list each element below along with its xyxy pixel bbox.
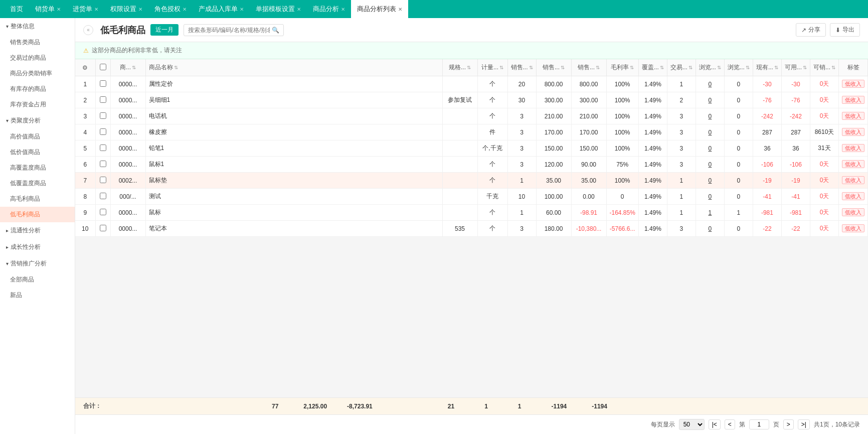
cell-browse1[interactable]: 1 bbox=[696, 205, 724, 221]
nav-home[interactable]: 首页 bbox=[4, 0, 29, 18]
sidebar-group-cluster[interactable]: ▾ 类聚度分析 bbox=[0, 112, 75, 129]
row-checkbox[interactable] bbox=[100, 128, 106, 135]
cell-check[interactable] bbox=[95, 76, 110, 92]
cell-current-stock: -106 bbox=[753, 157, 781, 173]
nav-sales[interactable]: 销货单 ✕ bbox=[29, 0, 67, 18]
cell-browse1[interactable]: 0 bbox=[696, 173, 724, 189]
cell-check[interactable] bbox=[95, 140, 110, 157]
cell-saleable-stock: 8610天 bbox=[810, 124, 838, 140]
sidebar-item-category-rate[interactable]: 商品分类助销率 bbox=[0, 66, 75, 81]
next-page-button[interactable]: > bbox=[783, 419, 794, 429]
sidebar-group-flow[interactable]: ▸ 流通性分析 bbox=[0, 222, 75, 239]
date-filter-button[interactable]: 近一月 bbox=[150, 24, 179, 36]
nav-template[interactable]: 单据模板设置 ✕ bbox=[250, 0, 307, 18]
cell-check[interactable] bbox=[95, 108, 110, 124]
row-checkbox[interactable] bbox=[100, 144, 106, 151]
sidebar-item-sales-products[interactable]: 销售类商品 bbox=[0, 35, 75, 50]
page-suffix: 页 bbox=[773, 420, 779, 429]
sidebar-item-low-margin[interactable]: 低毛利商品 bbox=[0, 207, 75, 222]
close-icon[interactable]: ✕ bbox=[240, 7, 244, 12]
prev-page-button[interactable]: < bbox=[725, 419, 735, 429]
sidebar-item-high-margin[interactable]: 高毛利商品 bbox=[0, 191, 75, 207]
sidebar-item-low-coverage[interactable]: 低覆盖度商品 bbox=[0, 176, 75, 191]
table-row: 5 0000... 铅笔1 个,千克 3 150.00 150.00 100% … bbox=[75, 140, 868, 157]
cell-browse1[interactable]: 0 bbox=[696, 189, 724, 205]
sidebar-item-inventory-capital[interactable]: 库存资金占用 bbox=[0, 97, 75, 112]
sidebar-collapse-button[interactable]: « bbox=[83, 25, 93, 35]
row-checkbox[interactable] bbox=[100, 96, 106, 103]
table-container[interactable]: ⚙ 商...⇅ 商品名称⇅ 规格...⇅ bbox=[75, 59, 868, 397]
cell-sale-amount: 150.00 bbox=[571, 140, 606, 157]
cell-check[interactable] bbox=[95, 92, 110, 108]
sidebar-item-all-products[interactable]: 全部商品 bbox=[0, 272, 75, 287]
cell-sale-amount: 800.00 bbox=[571, 76, 606, 92]
cell-check[interactable] bbox=[95, 124, 110, 140]
cell-check[interactable] bbox=[95, 157, 110, 173]
products-table: ⚙ 商...⇅ 商品名称⇅ 规格...⇅ bbox=[75, 59, 868, 237]
row-checkbox[interactable] bbox=[100, 161, 106, 167]
nav-product-analysis-list[interactable]: 商品分析列表 ✕ bbox=[351, 0, 408, 18]
row-checkbox[interactable] bbox=[100, 225, 106, 231]
row-checkbox[interactable] bbox=[100, 193, 106, 199]
cell-browse1[interactable]: 0 bbox=[696, 140, 724, 157]
nav-roles[interactable]: 角色授权 ✕ bbox=[148, 0, 193, 18]
row-checkbox[interactable] bbox=[100, 112, 106, 119]
cell-check[interactable] bbox=[95, 221, 110, 237]
cell-current-stock: -22 bbox=[753, 221, 781, 237]
cell-browse1[interactable]: 0 bbox=[696, 157, 724, 173]
chevron-right-icon: ▸ bbox=[6, 228, 9, 233]
cell-browse1[interactable]: 0 bbox=[696, 76, 724, 92]
cell-spec bbox=[442, 189, 477, 205]
search-input[interactable] bbox=[188, 27, 270, 34]
close-icon[interactable]: ✕ bbox=[341, 7, 345, 12]
sidebar-item-new-products[interactable]: 新品 bbox=[0, 287, 75, 303]
nav-purchase[interactable]: 进货单 ✕ bbox=[67, 0, 104, 18]
th-sale-price: 销售...⇅ bbox=[536, 59, 571, 76]
cell-sale-qty: 3 bbox=[507, 221, 536, 237]
cell-check[interactable] bbox=[95, 173, 110, 189]
nav-permissions[interactable]: 权限设置 ✕ bbox=[104, 0, 148, 18]
sidebar-item-traded-products[interactable]: 交易过的商品 bbox=[0, 50, 75, 66]
close-icon[interactable]: ✕ bbox=[183, 7, 187, 12]
cell-browse1[interactable]: 0 bbox=[696, 108, 724, 124]
search-icon[interactable]: 🔍 bbox=[272, 27, 279, 34]
nav-products-in[interactable]: 产成品入库单 ✕ bbox=[193, 0, 250, 18]
sidebar-group-overall[interactable]: ▾ 整体信息 bbox=[0, 18, 75, 35]
th-check[interactable] bbox=[95, 59, 110, 76]
cell-browse1[interactable]: 0 bbox=[696, 92, 724, 108]
page-input[interactable] bbox=[749, 419, 769, 429]
share-button[interactable]: ↗ 分享 bbox=[796, 23, 826, 37]
sidebar-item-stocked[interactable]: 有库存的商品 bbox=[0, 81, 75, 97]
per-page-select[interactable]: 50 100 200 bbox=[679, 419, 705, 430]
close-icon[interactable]: ✕ bbox=[297, 7, 301, 12]
close-icon[interactable]: ✕ bbox=[398, 7, 402, 12]
export-button[interactable]: ⬇ 导出 bbox=[830, 23, 860, 37]
sidebar-item-high-coverage[interactable]: 高覆盖度商品 bbox=[0, 160, 75, 176]
sidebar-group-marketing[interactable]: ▾ 营销推广分析 bbox=[0, 255, 75, 272]
row-checkbox[interactable] bbox=[100, 80, 106, 87]
close-icon[interactable]: ✕ bbox=[94, 7, 98, 12]
cell-unit: 个 bbox=[477, 92, 507, 108]
cell-browse1[interactable]: 0 bbox=[696, 124, 724, 140]
cell-browse2: 0 bbox=[724, 189, 753, 205]
close-icon[interactable]: ✕ bbox=[57, 7, 61, 12]
row-checkbox[interactable] bbox=[100, 209, 106, 215]
cell-browse1[interactable]: 0 bbox=[696, 221, 724, 237]
sidebar-item-high-value[interactable]: 高价值商品 bbox=[0, 129, 75, 144]
cell-saleable-stock: 0天 bbox=[810, 205, 838, 221]
select-all-checkbox[interactable] bbox=[100, 64, 106, 70]
cell-check[interactable] bbox=[95, 189, 110, 205]
row-checkbox[interactable] bbox=[100, 177, 106, 183]
close-icon[interactable]: ✕ bbox=[138, 7, 142, 12]
last-page-button[interactable]: >| bbox=[798, 419, 810, 429]
th-settings[interactable]: ⚙ bbox=[75, 59, 95, 76]
sidebar-group-growth[interactable]: ▸ 成长性分析 bbox=[0, 239, 75, 255]
table-body: 1 0000... 属性定价 个 20 800.00 800.00 100% 1… bbox=[75, 76, 868, 237]
sidebar-item-low-value[interactable]: 低价值商品 bbox=[0, 144, 75, 160]
cell-trade: 1 bbox=[667, 205, 696, 221]
nav-product-analysis[interactable]: 商品分析 ✕ bbox=[307, 0, 351, 18]
cell-check[interactable] bbox=[95, 205, 110, 221]
first-page-button[interactable]: |< bbox=[709, 419, 721, 429]
export-icon: ⬇ bbox=[835, 27, 840, 34]
cell-name: 鼠标垫 bbox=[145, 173, 442, 189]
